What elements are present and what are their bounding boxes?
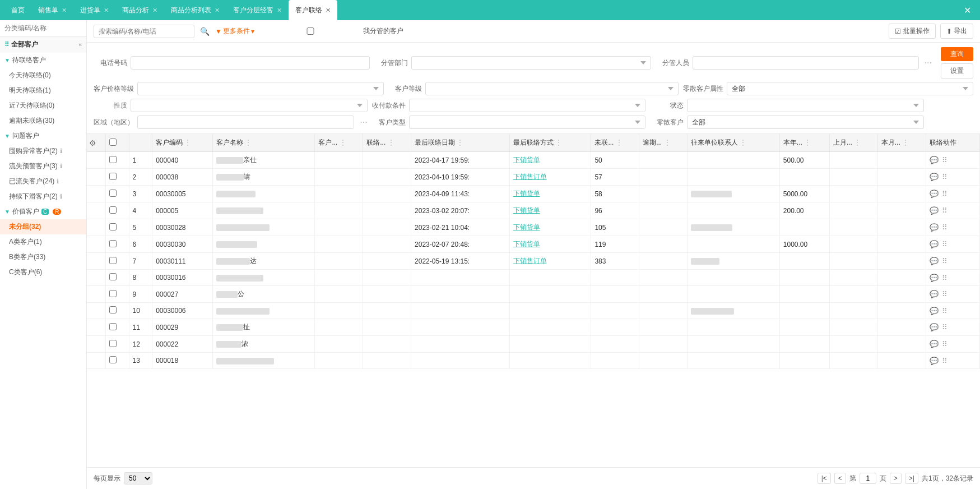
tab-product-list-close[interactable]: ✕ <box>215 7 220 14</box>
row-checkbox[interactable] <box>109 190 117 197</box>
prev-page-button[interactable]: < <box>834 473 846 484</box>
select-all-checkbox[interactable] <box>109 139 117 146</box>
tab-product-analysis-close[interactable]: ✕ <box>152 7 157 14</box>
grid-action-icon[interactable]: ⠿ <box>942 257 948 265</box>
grid-action-icon[interactable]: ⠿ <box>942 340 948 348</box>
message-icon[interactable]: 💬 <box>930 274 939 282</box>
staff-dots[interactable]: ··· <box>925 58 932 68</box>
status-select[interactable] <box>687 99 924 112</box>
col-nocontact-resizer[interactable]: ⋮ <box>616 139 618 146</box>
col-type-resizer[interactable]: ⋮ <box>340 139 342 146</box>
col-overdue-resizer[interactable]: ⋮ <box>664 139 666 146</box>
message-icon[interactable]: 💬 <box>930 223 939 232</box>
sidebar-item-churn-warn[interactable]: 流失预警客户(3) ℹ <box>0 159 86 174</box>
message-icon[interactable]: 💬 <box>930 257 939 265</box>
message-icon[interactable]: 💬 <box>930 357 939 365</box>
all-customers-header[interactable]: ⠿ 全部客户 « <box>0 36 86 53</box>
contact-method-link[interactable]: 下销货单 <box>513 190 540 197</box>
collapse-icon[interactable]: « <box>78 41 82 48</box>
message-icon[interactable]: 💬 <box>930 173 939 181</box>
grid-action-icon[interactable]: ⠿ <box>942 206 948 215</box>
more-conditions-button[interactable]: ▼ 更多条件 ▾ <box>215 26 254 36</box>
sidebar-problem-section[interactable]: ▼ 问题客户 <box>0 128 86 144</box>
page-input[interactable] <box>860 473 876 484</box>
sidebar-item-declining[interactable]: 持续下滑客户(2) ℹ <box>0 189 86 204</box>
col-last-contact-date[interactable]: 最后联络日期 ⋮ <box>411 134 509 152</box>
tab-bar-close-all[interactable]: ✕ <box>959 5 976 16</box>
row-checkbox[interactable] <box>109 356 117 363</box>
sidebar-item-today[interactable]: 今天待联络(0) <box>0 68 86 83</box>
tab-home[interactable]: 首页 <box>4 0 31 20</box>
customer-level-select[interactable] <box>425 82 679 95</box>
sidebar-item-c-class[interactable]: C类客户(6) <box>0 265 86 280</box>
sidebar-item-tomorrow[interactable]: 明天待联络(1) <box>0 83 86 98</box>
message-icon[interactable]: 💬 <box>930 340 939 348</box>
search-input[interactable] <box>94 25 194 38</box>
price-level-select[interactable] <box>137 82 384 95</box>
col-contact-resizer[interactable]: ⋮ <box>388 139 390 146</box>
query-button[interactable]: 查询 <box>941 47 973 61</box>
col-lastmonth-resizer[interactable]: ⋮ <box>854 139 856 146</box>
row-checkbox[interactable] <box>109 223 117 230</box>
col-code[interactable]: 客户编码 ⋮ <box>152 134 213 152</box>
message-icon[interactable]: 💬 <box>930 156 939 164</box>
col-last-month[interactable]: 上月... ⋮ <box>829 134 877 152</box>
dept-select[interactable] <box>411 56 651 70</box>
last-page-button[interactable]: >| <box>905 473 918 484</box>
my-customers-checkbox[interactable]: 我分管的客户 <box>260 26 403 36</box>
search-button[interactable]: 🔍 <box>200 27 210 36</box>
nature-select[interactable] <box>131 99 368 112</box>
sidebar-item-a-class[interactable]: A类客户(1) <box>0 234 86 250</box>
row-checkbox[interactable] <box>109 290 117 297</box>
tab-customer-segment-close[interactable]: ✕ <box>277 7 282 14</box>
contact-method-link[interactable]: 下销货单 <box>513 206 540 214</box>
col-this-month[interactable]: 本月... ⋮ <box>877 134 926 152</box>
first-page-button[interactable]: |< <box>818 473 831 484</box>
tab-customer-contact-close[interactable]: ✕ <box>326 7 331 14</box>
row-checkbox[interactable] <box>109 206 117 214</box>
message-icon[interactable]: 💬 <box>930 323 939 331</box>
col-contact[interactable]: 联络... ⋮ <box>363 134 411 152</box>
grid-action-icon[interactable]: ⠿ <box>942 290 948 298</box>
row-checkbox[interactable] <box>109 323 117 330</box>
row-checkbox[interactable] <box>109 306 117 313</box>
col-method-resizer[interactable]: ⋮ <box>555 139 558 146</box>
message-icon[interactable]: 💬 <box>930 240 939 248</box>
sidebar-item-churned[interactable]: 已流失客户(24) ℹ <box>0 174 86 189</box>
sidebar-item-7days[interactable]: 近7天待联络(0) <box>0 98 86 113</box>
batch-operations-button[interactable]: ☑ 批量操作 <box>889 24 936 39</box>
sidebar-item-b-class[interactable]: B类客户(33) <box>0 250 86 265</box>
sidebar-item-hoarding[interactable]: 囤购异常客户(2) ℹ <box>0 144 86 159</box>
reset-button[interactable]: 设置 <box>941 63 973 79</box>
col-unit-contact[interactable]: 往来单位联系人 ⋮ <box>688 134 780 152</box>
sidebar-pending-section[interactable]: ▼ 待联络客户 <box>0 53 86 68</box>
customer-type-select[interactable] <box>409 116 646 129</box>
col-thismonth-resizer[interactable]: ⋮ <box>902 139 904 146</box>
contact-method-link[interactable]: 下销货单 <box>513 223 540 231</box>
col-this-year[interactable]: 本年... ⋮ <box>779 134 829 152</box>
row-checkbox[interactable] <box>109 173 117 180</box>
retail-customer-select[interactable]: 全部 <box>687 116 924 129</box>
contact-method-link[interactable]: 下销货单 <box>513 156 540 164</box>
message-icon[interactable]: 💬 <box>930 206 939 215</box>
contact-method-link[interactable]: 下销售订单 <box>513 173 547 181</box>
next-page-button[interactable]: > <box>890 473 902 484</box>
tab-product-list[interactable]: 商品分析列表 ✕ <box>164 0 226 20</box>
message-icon[interactable]: 💬 <box>930 190 939 198</box>
contact-method-link[interactable]: 下销货单 <box>513 240 540 248</box>
grid-action-icon[interactable]: ⠿ <box>942 223 948 232</box>
tab-customer-contact[interactable]: 客户联络 ✕ <box>289 0 337 20</box>
my-customers-check[interactable] <box>260 27 361 35</box>
col-name-resizer[interactable]: ⋮ <box>245 139 247 146</box>
grid-action-icon[interactable]: ⠿ <box>942 323 948 331</box>
per-page-select[interactable]: 50 100 200 <box>124 472 152 485</box>
row-checkbox[interactable] <box>109 273 117 280</box>
phone-input[interactable] <box>131 56 370 70</box>
col-action[interactable]: 联络动作 <box>926 134 979 152</box>
col-no-contact[interactable]: 未联... ⋮ <box>591 134 639 152</box>
col-type[interactable]: 客户... ⋮ <box>315 134 363 152</box>
grid-action-icon[interactable]: ⠿ <box>942 274 948 282</box>
sidebar-item-ungroup[interactable]: 未分组(32) <box>0 219 86 234</box>
sidebar-search-input[interactable] <box>4 24 87 32</box>
tab-purchase[interactable]: 进货单 ✕ <box>73 0 115 20</box>
